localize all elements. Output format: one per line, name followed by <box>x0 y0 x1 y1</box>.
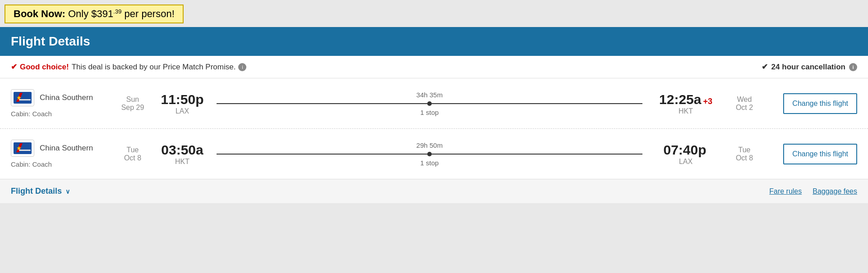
good-choice-bar: ✔ Good choice! This deal is backed by ou… <box>0 56 868 78</box>
arrival-date-1: Oct 2 <box>722 104 767 112</box>
depart-time-section-2: 03:50a HKT <box>155 142 209 166</box>
airline-logo-2 <box>11 140 34 157</box>
cancellation-info-icon[interactable]: i <box>849 63 857 71</box>
flight-row: China Southern Cabin: Coach Sun Sep 29 1… <box>0 78 868 129</box>
route-section-1: 34h 35m 1 stop <box>209 91 650 116</box>
airline-info-2: China Southern <box>11 140 110 157</box>
airline-logo-1 <box>11 89 34 106</box>
depart-time-section-1: 11:50p LAX <box>155 92 209 115</box>
svg-rect-4 <box>19 99 31 100</box>
price-sup: .39 <box>113 8 121 15</box>
flight-line-2 <box>217 152 642 156</box>
book-now-price: Only $391 <box>65 8 113 19</box>
depart-time-1: 11:50p <box>155 92 209 107</box>
bottom-bar: Flight Details ∨ Fare rules Baggage fees <box>0 179 868 203</box>
arrival-airport-1: HKT <box>650 107 722 115</box>
flight-details-link-label: Flight Details <box>11 187 62 196</box>
arrival-day-1: Wed <box>722 96 767 104</box>
cancellation-check-icon: ✔ <box>762 62 768 72</box>
depart-time-2: 03:50a <box>155 142 209 158</box>
change-section-1: Change this flight <box>767 93 857 114</box>
flight-stop-dot-2 <box>427 152 432 156</box>
bottom-links: Fare rules Baggage fees <box>769 187 857 196</box>
book-now-banner: Book Now: Only $391.39 per person! <box>5 5 184 23</box>
arrival-time-row-2: 07:40p <box>650 142 722 158</box>
book-now-prefix: Book Now: <box>14 8 65 19</box>
cabin-info-1: Cabin: Coach <box>11 110 110 118</box>
flight-line-left-2 <box>217 154 427 155</box>
depart-date-1: Sep 29 <box>110 104 155 112</box>
arrival-airport-2: LAX <box>650 158 722 166</box>
stops-1: 1 stop <box>420 109 439 116</box>
arrival-section-1: 12:25a +3 HKT <box>650 92 722 115</box>
arrival-date-section-2: Tue Oct 8 <box>722 146 767 162</box>
svg-rect-9 <box>19 150 31 151</box>
svg-rect-6 <box>14 142 32 154</box>
flight-line-right-2 <box>432 154 642 155</box>
book-now-suffix: per person! <box>121 8 174 19</box>
flights-container: China Southern Cabin: Coach Sun Sep 29 1… <box>0 78 868 179</box>
fare-rules-link[interactable]: Fare rules <box>769 187 802 196</box>
duration-2: 29h 50m <box>416 141 443 149</box>
depart-date-section-2: Tue Oct 8 <box>110 146 155 162</box>
arrival-time-1: 12:25a <box>659 92 701 107</box>
stops-2: 1 stop <box>420 159 439 167</box>
good-choice-info-icon[interactable]: i <box>238 63 246 71</box>
depart-date-2: Oct 8 <box>110 154 155 162</box>
airline-name-2: China Southern <box>40 144 93 153</box>
good-choice-label: Good choice! <box>20 63 69 72</box>
change-flight-button-2[interactable]: Change this flight <box>783 144 857 164</box>
depart-date-section-1: Sun Sep 29 <box>110 96 155 112</box>
depart-day-1: Sun <box>110 96 155 104</box>
depart-airport-2: HKT <box>155 158 209 166</box>
china-southern-logo-svg-2 <box>13 141 32 155</box>
flight-details-title: Flight Details <box>11 34 857 49</box>
cancellation-right: ✔ 24 hour cancellation i <box>762 62 857 72</box>
flight-details-link[interactable]: Flight Details ∨ <box>11 187 70 196</box>
change-section-2: Change this flight <box>767 144 857 164</box>
airline-section-2: China Southern Cabin: Coach <box>11 140 110 168</box>
depart-airport-1: LAX <box>155 107 209 115</box>
svg-rect-1 <box>14 92 32 104</box>
cancellation-text: 24 hour cancellation <box>771 63 845 72</box>
flight-details-header: Flight Details <box>0 27 868 56</box>
plus-days-1: +3 <box>703 97 712 106</box>
flight-row-2: China Southern Cabin: Coach Tue Oct 8 03… <box>0 129 868 179</box>
chevron-down-icon: ∨ <box>65 188 70 195</box>
cabin-info-2: Cabin: Coach <box>11 160 110 168</box>
airline-info-1: China Southern <box>11 89 110 106</box>
arrival-time-row-1: 12:25a +3 <box>650 92 722 107</box>
baggage-fees-link[interactable]: Baggage fees <box>813 187 857 196</box>
flight-stop-dot-1 <box>427 101 432 106</box>
airline-name-1: China Southern <box>40 93 93 102</box>
arrival-day-2: Tue <box>722 146 767 154</box>
china-southern-logo-svg <box>13 91 32 105</box>
flight-line-right-1 <box>432 103 642 104</box>
depart-day-2: Tue <box>110 146 155 154</box>
route-section-2: 29h 50m 1 stop <box>209 141 650 167</box>
airline-section-1: China Southern Cabin: Coach <box>11 89 110 118</box>
arrival-time-2: 07:40p <box>663 142 706 158</box>
arrival-section-2: 07:40p LAX <box>650 142 722 166</box>
arrival-date-2: Oct 8 <box>722 154 767 162</box>
good-choice-check-icon: ✔ <box>11 62 17 72</box>
arrival-date-section-1: Wed Oct 2 <box>722 96 767 112</box>
duration-1: 34h 35m <box>416 91 443 99</box>
change-flight-button-1[interactable]: Change this flight <box>783 93 857 114</box>
good-choice-message: This deal is backed by our Price Match P… <box>72 63 236 72</box>
flight-line-1 <box>217 101 642 106</box>
flight-line-left-1 <box>217 103 427 104</box>
good-choice-left: ✔ Good choice! This deal is backed by ou… <box>11 62 246 72</box>
